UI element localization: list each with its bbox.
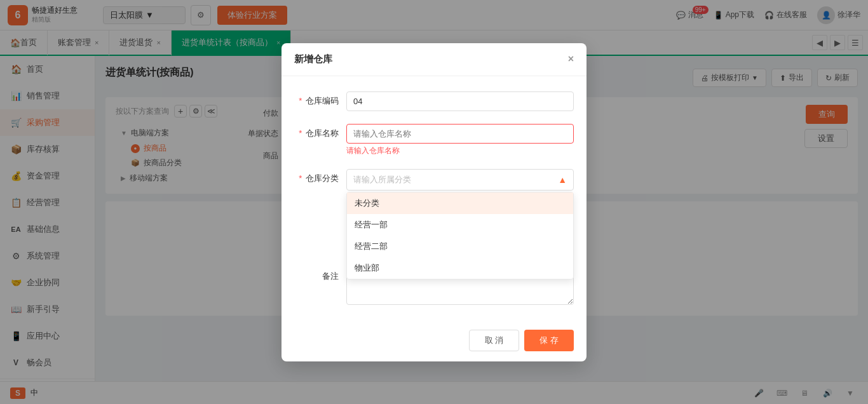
required-mark: * [299,96,302,105]
dropdown-item-property[interactable]: 物业部 [347,257,573,279]
dropdown-item-ops2[interactable]: 经营二部 [347,236,573,257]
modal-header: 新增仓库 × [281,43,587,76]
modal-overlay[interactable]: 新增仓库 × * 仓库编码 * 仓库名称 [0,0,868,404]
chevron-up-icon: ▲ [558,175,567,185]
name-input[interactable] [346,124,574,144]
name-field: 请输入仓库名称 [346,124,574,156]
remark-label: 备注 [294,267,339,282]
category-field: 请输入所属分类 ▲ 未分类 经营一部 经营二部 物业部 [346,169,574,191]
required-mark: * [299,173,302,183]
form-row-code: * 仓库编码 [294,91,574,111]
form-row-category: * 仓库分类 请输入所属分类 ▲ 未分类 经营一部 经营二部 物业部 [294,169,574,191]
modal-body: * 仓库编码 * 仓库名称 请输入仓库名称 [281,76,587,307]
name-error-tip: 请输入仓库名称 [346,145,574,156]
modal-footer: 取 消 保 存 [281,320,587,361]
category-label: * 仓库分类 [294,169,339,184]
dropdown-item-ops1[interactable]: 经营一部 [347,214,573,236]
required-mark: * [299,128,302,138]
form-row-name: * 仓库名称 请输入仓库名称 [294,124,574,156]
code-field [346,91,574,111]
dropdown-item-uncategorized[interactable]: 未分类 [347,192,573,214]
name-label: * 仓库名称 [294,124,339,139]
save-button[interactable]: 保 存 [524,330,574,351]
cancel-button[interactable]: 取 消 [469,330,520,351]
warehouse-modal: 新增仓库 × * 仓库编码 * 仓库名称 [281,43,587,361]
code-label: * 仓库编码 [294,91,339,107]
modal-close-button[interactable]: × [568,53,574,65]
category-dropdown: 未分类 经营一部 经营二部 物业部 [346,192,574,279]
modal-title: 新增仓库 [294,53,332,65]
category-select[interactable]: 请输入所属分类 ▲ [346,169,574,191]
code-input[interactable] [346,91,574,111]
